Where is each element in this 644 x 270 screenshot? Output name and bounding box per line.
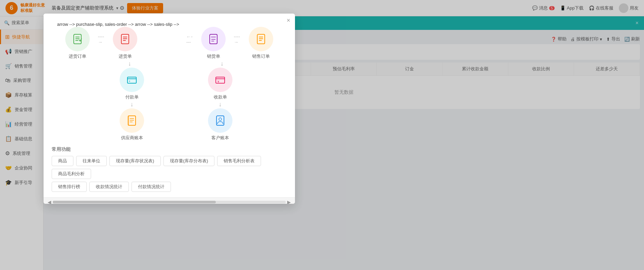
- flow-row-1: 进货订单 - - - - → 进货单 ← - - - -: [57, 27, 281, 59]
- svg-rect-8: [210, 34, 217, 44]
- svg-rect-26: [128, 115, 129, 126]
- receipt-slip-circle: ¥: [208, 68, 232, 92]
- func-btn-stock-status[interactable]: 现存量(库存状况表): [109, 156, 161, 166]
- arrow-down-3: ↓: [111, 100, 152, 108]
- func-btn-product[interactable]: 商品: [52, 156, 73, 166]
- func-buttons-row-2: 销售排行榜 收款情况统计 付款情况统计: [52, 182, 287, 192]
- svg-rect-22: [128, 116, 136, 125]
- arrow-down-1: ↓: [110, 59, 149, 68]
- purchase-slip-circle: [113, 27, 137, 51]
- sales-order-circle: [249, 27, 273, 51]
- common-functions-section: 常用功能 商品 往来单位 现存量(库存状况表) 现存量(库存分布表) 销售毛利分…: [43, 144, 295, 197]
- modal-overlay: × arrow --> purchase-slip, sales-order -…: [0, 0, 644, 270]
- flow-node-purchase-order[interactable]: 进货订单: [57, 27, 98, 59]
- arrow-h-3: - - - - →: [234, 34, 241, 45]
- flow-node-customer-ledger[interactable]: 客户账本: [200, 108, 241, 141]
- svg-rect-16: [127, 77, 136, 83]
- flow-node-receipt-slip[interactable]: ¥ 收款单: [200, 68, 241, 100]
- func-btn-receipt-stats[interactable]: 收款情况统计: [89, 182, 129, 192]
- scroll-left-btn[interactable]: ◀: [46, 199, 53, 204]
- func-buttons-row: 商品 往来单位 现存量(库存状况表) 现存量(库存分布表) 销售毛利分析表 商品…: [52, 156, 287, 179]
- svg-point-28: [219, 118, 222, 121]
- flow-node-supplier-ledger[interactable]: 供应商账本: [111, 108, 152, 141]
- flow-row-arrows-2: ↓ ↓: [57, 100, 281, 108]
- arrow-down-2: ↓: [202, 59, 242, 68]
- flow-row-3: 供应商账本 客户账本: [57, 108, 281, 141]
- scroll-thumb[interactable]: [53, 201, 216, 203]
- svg-point-18: [129, 80, 130, 82]
- flow-node-sales-order[interactable]: 销售订单: [241, 27, 281, 59]
- arrow-down-4: ↓: [200, 100, 241, 108]
- flow-row-arrows: ↓ ↓: [57, 59, 281, 68]
- customer-ledger-circle: [208, 108, 232, 133]
- svg-text:¥: ¥: [217, 80, 220, 83]
- modal-scrollbar: ◀ ▶: [43, 197, 295, 204]
- supplier-ledger-circle: [120, 108, 144, 133]
- arrow-h-1: - - - - →: [98, 34, 105, 45]
- flow-node-payment-slip[interactable]: 付款单: [111, 68, 152, 100]
- svg-rect-9: [211, 36, 216, 38]
- sales-slip-circle: [201, 27, 226, 51]
- flow-modal: × arrow --> purchase-slip, sales-order -…: [43, 14, 295, 204]
- scroll-right-btn[interactable]: ▶: [286, 199, 292, 204]
- arrow-h-2: ← - - - -: [186, 34, 193, 45]
- func-btn-payment-stats[interactable]: 付款情况统计: [132, 182, 171, 192]
- func-btn-partner[interactable]: 往来单位: [76, 156, 107, 166]
- func-btn-sales-rank[interactable]: 销售排行榜: [52, 182, 87, 192]
- purchase-order-circle: [65, 27, 90, 51]
- common-func-title: 常用功能: [52, 146, 287, 152]
- flow-row-2: 付款单 ¥ 收款单: [57, 68, 281, 100]
- flow-node-purchase-slip[interactable]: 进货单: [105, 27, 145, 59]
- modal-close-btn[interactable]: ×: [286, 17, 290, 24]
- flow-node-sales-slip[interactable]: 销货单: [193, 27, 234, 59]
- payment-slip-circle: [120, 68, 144, 92]
- func-btn-stock-dist[interactable]: 现存量(库存分布表): [163, 156, 215, 166]
- scroll-track: [53, 201, 286, 203]
- svg-rect-19: [216, 77, 225, 83]
- func-btn-sales-gross[interactable]: 销售毛利分析表: [217, 156, 261, 166]
- flow-diagram: arrow --> purchase-slip, sales-order -->…: [43, 14, 295, 144]
- func-btn-product-gross[interactable]: 商品毛利分析: [52, 169, 91, 179]
